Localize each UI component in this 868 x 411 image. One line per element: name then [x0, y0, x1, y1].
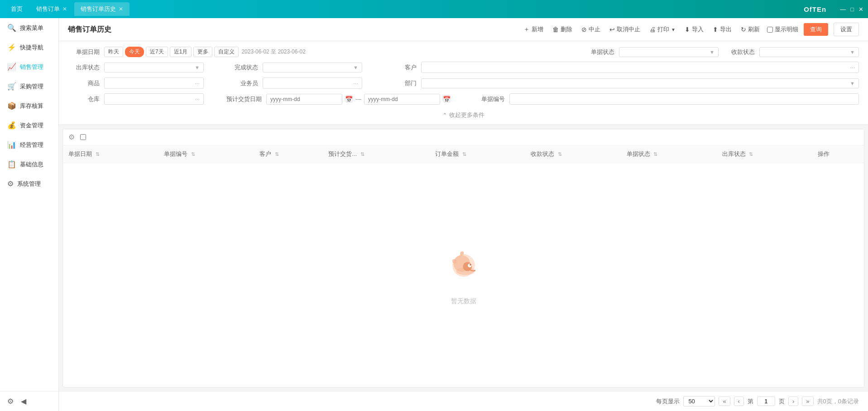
maximize-icon[interactable]: □ [850, 6, 854, 13]
calendar-start-icon[interactable]: 📅 [345, 96, 353, 103]
col-doc-status-sort[interactable]: ⇅ [653, 151, 657, 157]
settings-button[interactable]: 设置 [834, 23, 859, 36]
col-doc-number[interactable]: 单据编号 ⇅ [158, 145, 254, 163]
col-outbound-status-sort[interactable]: ⇅ [749, 151, 753, 157]
first-page-btn[interactable]: « [719, 396, 730, 406]
filter-delivery-date: 📅 — 📅 [266, 94, 451, 105]
minimize-icon[interactable]: — [840, 6, 846, 13]
col-customer-sort[interactable]: ⇅ [275, 151, 279, 157]
col-payment-status-sort[interactable]: ⇅ [558, 151, 562, 157]
customer-dots-icon[interactable]: ··· [850, 64, 855, 71]
top-bar: 首页 销售订单 ✕ 销售订单历史 ✕ OfTEn — □ ✕ [0, 0, 868, 18]
system-icon: ⚙ [7, 179, 14, 188]
page-title: 销售订单历史 [68, 25, 111, 34]
refresh-icon: ↻ [741, 26, 746, 33]
close-sales-history-icon[interactable]: ✕ [119, 6, 123, 12]
delete-label: 删除 [561, 25, 572, 34]
collapse-sidebar-icon[interactable]: ◀ [21, 397, 26, 406]
sidebar-item-operations[interactable]: 📊 经营管理 [0, 135, 58, 155]
window-close-icon[interactable]: ✕ [858, 6, 863, 13]
delete-button[interactable]: 🗑 删除 [551, 24, 574, 34]
calendar-end-icon[interactable]: 📅 [443, 96, 451, 103]
col-doc-status[interactable]: 单据状态 ⇅ [621, 145, 717, 163]
date-btn-yesterday[interactable]: 昨天 [104, 47, 123, 57]
filter-row-3: 商品 ··· 业务员 ··· 部门 ▼ [68, 77, 859, 89]
filter-select-doc-status[interactable]: ▼ [619, 47, 719, 57]
doc-number-input[interactable] [509, 93, 859, 105]
close-sales-order-icon[interactable]: ✕ [62, 6, 67, 12]
col-delivery[interactable]: 预计交货... ⇅ [323, 145, 430, 163]
warehouse-dots-icon[interactable]: ··· [195, 96, 200, 102]
quick-nav-icon: ⚡ [7, 43, 16, 52]
tab-sales-order-label: 销售订单 [36, 5, 60, 13]
col-amount[interactable]: 订单金额 ⇅ [430, 145, 525, 163]
filter-label-doc-status: 单据状态 [583, 48, 614, 56]
sidebar: 🔍 搜索菜单 ⚡ 快捷导航 📈 销售管理 🛒 采购管理 📦 库存核算 💰 资金管… [0, 18, 59, 411]
tab-home[interactable]: 首页 [5, 2, 29, 16]
filter-salesperson-input[interactable]: ··· [263, 77, 362, 89]
sidebar-item-system[interactable]: ⚙ 系统管理 [0, 174, 58, 193]
collapse-filter-btn[interactable]: ⌃ 收起更多条件 [68, 109, 859, 119]
per-page-select[interactable]: 50 10 20 100 [683, 396, 715, 406]
table-settings-icon[interactable]: ⚙ [68, 133, 75, 141]
col-doc-date[interactable]: 单据日期 ⇅ [63, 145, 158, 163]
date-btn-today[interactable]: 今天 [125, 47, 144, 57]
filter-label-salesperson: 业务员 [226, 79, 258, 87]
date-btn-7days[interactable]: 近7天 [146, 47, 168, 57]
print-button[interactable]: 🖨 打印 ▼ [647, 24, 677, 34]
col-delivery-sort[interactable]: ⇅ [360, 151, 364, 157]
svg-point-5 [470, 264, 471, 266]
date-btn-1month[interactable]: 近1月 [170, 47, 192, 57]
col-customer[interactable]: 客户 ⇅ [254, 145, 323, 163]
delivery-date-start[interactable] [266, 94, 342, 105]
export-button[interactable]: ⬆ 导出 [711, 24, 734, 34]
refresh-button[interactable]: ↻ 刷新 [739, 24, 762, 34]
settings-bottom-icon[interactable]: ⚙ [7, 397, 14, 406]
sidebar-item-search[interactable]: 🔍 搜索菜单 [0, 18, 58, 38]
sidebar-item-quick-nav[interactable]: ⚡ 快捷导航 [0, 38, 58, 57]
date-btn-custom[interactable]: 自定义 [214, 47, 239, 57]
query-button[interactable]: 查询 [804, 23, 828, 36]
sidebar-item-inventory-label: 库存核算 [20, 102, 43, 110]
filter-product-input[interactable]: ··· [104, 77, 204, 89]
filter-select-outbound[interactable]: ▼ [104, 63, 204, 73]
tab-sales-order[interactable]: 销售订单 ✕ [30, 2, 73, 16]
brand-label: OfTEn [804, 5, 826, 13]
col-outbound-status[interactable]: 出库状态 ⇅ [717, 145, 812, 163]
select-all-checkbox[interactable] [80, 134, 86, 140]
add-icon: ＋ [523, 25, 530, 34]
col-amount-sort[interactable]: ⇅ [462, 151, 466, 157]
import-button[interactable]: ⬇ 导入 [683, 24, 705, 34]
product-dots-icon[interactable]: ··· [195, 80, 200, 87]
col-doc-date-sort[interactable]: ⇅ [96, 151, 100, 157]
sidebar-item-sales[interactable]: 📈 销售管理 [0, 57, 58, 77]
filter-select-complete[interactable]: ▼ [263, 63, 362, 73]
export-icon: ⬆ [713, 26, 718, 33]
prev-page-btn[interactable]: ‹ [734, 396, 744, 406]
sidebar-item-finance[interactable]: 💰 资金管理 [0, 116, 58, 135]
salesperson-dots-icon[interactable]: ··· [353, 80, 358, 87]
page-number-input[interactable] [757, 396, 775, 406]
filter-select-dept[interactable]: ▼ [421, 78, 859, 88]
filter-customer-input[interactable]: ··· [421, 62, 859, 73]
sidebar-item-inventory[interactable]: 📦 库存核算 [0, 96, 58, 116]
add-button[interactable]: ＋ 新增 [522, 24, 545, 34]
payment-status-chevron: ▼ [850, 49, 855, 55]
filter-warehouse-input[interactable]: ··· [104, 93, 204, 105]
sidebar-item-purchase[interactable]: 🛒 采购管理 [0, 77, 58, 96]
cancel-stop-button[interactable]: ↩ 取消中止 [608, 24, 642, 34]
display-toggle-checkbox[interactable] [767, 27, 773, 33]
date-btn-more[interactable]: 更多 [193, 47, 212, 57]
collapse-arrow-icon: ⌃ [442, 112, 447, 119]
sidebar-item-basic-info[interactable]: 📋 基础信息 [0, 155, 58, 174]
tab-sales-history[interactable]: 销售订单历史 ✕ [74, 2, 129, 16]
col-payment-status[interactable]: 收款状态 ⇅ [525, 145, 621, 163]
next-page-btn[interactable]: › [788, 396, 798, 406]
last-page-btn[interactable]: » [802, 396, 813, 406]
stop-button[interactable]: ⊘ 中止 [580, 24, 602, 34]
delivery-date-end[interactable] [364, 94, 440, 105]
col-delivery-label: 预计交货... [328, 150, 357, 157]
filter-select-payment-status[interactable]: ▼ [759, 47, 859, 57]
filter-label-dept: 部门 [385, 79, 417, 87]
col-doc-number-sort[interactable]: ⇅ [191, 151, 195, 157]
